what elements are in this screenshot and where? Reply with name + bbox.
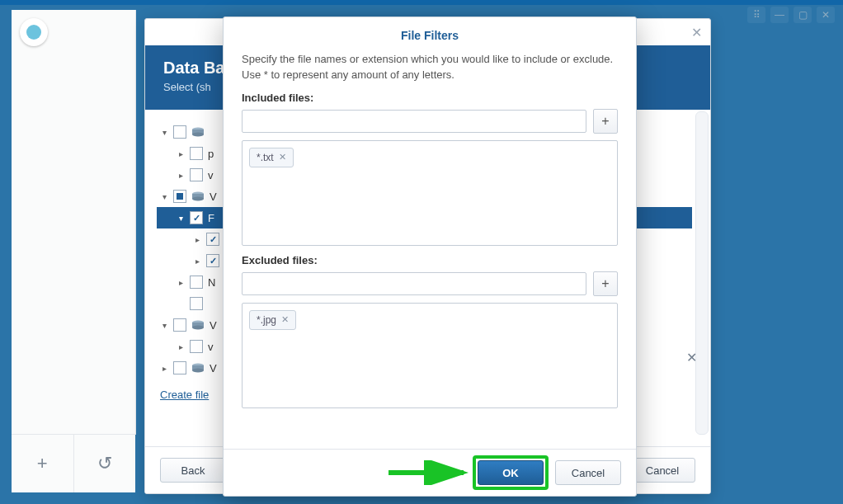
excluded-chips-box: *.jpg✕ [242, 303, 618, 408]
tree-expand-icon[interactable]: ▾ [160, 128, 168, 137]
tree-expand-icon[interactable]: ▸ [177, 342, 185, 351]
history-button[interactable]: ↺ [74, 435, 136, 492]
tree-checkbox[interactable] [173, 190, 186, 203]
tree-expand-icon[interactable]: ▸ [160, 364, 168, 373]
file-filters-modal: File Filters Specify the file names or e… [223, 16, 637, 497]
chip-label: *.txt [257, 152, 274, 163]
tree-expand-icon[interactable]: ▸ [177, 278, 185, 287]
add-task-button[interactable]: + [12, 435, 74, 492]
tree-label: F [208, 212, 214, 224]
svg-point-11 [192, 369, 204, 373]
volume-icon [191, 320, 205, 330]
filter-chip[interactable]: *.txt✕ [249, 148, 294, 167]
create-file-filters-link[interactable]: Create file [160, 389, 209, 401]
back-button[interactable]: Back [160, 458, 226, 483]
tree-label: v [208, 169, 214, 181]
wizard-cancel-button[interactable]: Cancel [629, 458, 695, 483]
excluded-input-row: + [242, 271, 618, 296]
tree-checkbox[interactable] [206, 233, 219, 246]
os-minimize-button[interactable]: — [770, 7, 789, 23]
tree-checkbox[interactable] [173, 318, 186, 332]
tree-expand-icon[interactable]: ▸ [177, 171, 185, 180]
ok-button[interactable]: OK [478, 460, 544, 485]
tree-label: V [210, 362, 217, 374]
os-close-button[interactable]: ✕ [817, 7, 835, 23]
tree-checkbox[interactable] [173, 361, 186, 374]
svg-point-8 [192, 326, 204, 330]
included-chips-box: *.txt✕ [242, 140, 618, 246]
tree-checkbox[interactable] [190, 168, 203, 181]
volume-icon [191, 191, 205, 201]
vertical-scrollbar[interactable] [695, 111, 709, 435]
arrow-annotation-icon [385, 460, 476, 485]
chip-remove-icon[interactable]: ✕ [279, 152, 286, 163]
cancel-button[interactable]: Cancel [555, 460, 621, 485]
tree-checkbox[interactable] [190, 211, 203, 224]
add-excluded-button[interactable]: + [593, 271, 618, 296]
tree-label: V [210, 191, 217, 203]
tree-expand-icon[interactable]: ▾ [160, 321, 168, 330]
svg-point-5 [192, 197, 204, 201]
modal-content: Specify the file names or extension whic… [224, 52, 636, 449]
tree-expand-icon[interactable]: ▾ [177, 214, 185, 223]
included-files-label: Included files: [242, 92, 618, 104]
svg-point-2 [192, 133, 204, 137]
os-pin-button[interactable]: ⠿ [747, 7, 765, 23]
filter-chip[interactable]: *.jpg✕ [249, 310, 296, 330]
os-window-controls: ⠿ — ▢ ✕ [747, 7, 835, 23]
tree-checkbox[interactable] [190, 297, 203, 310]
included-input-row: + [242, 109, 618, 134]
add-included-button[interactable]: + [593, 109, 618, 134]
tree-checkbox[interactable] [173, 125, 186, 139]
app-sidebar [12, 10, 136, 435]
tree-label: N [208, 276, 215, 289]
tree-label: V [210, 319, 217, 332]
volume-icon [191, 363, 205, 373]
tree-checkbox[interactable] [206, 254, 219, 267]
volume-icon [191, 127, 205, 137]
tree-checkbox[interactable] [190, 276, 203, 289]
close-icon[interactable]: ✕ [691, 25, 702, 40]
chip-remove-icon[interactable]: ✕ [281, 314, 289, 325]
included-files-input[interactable] [242, 110, 586, 133]
app-logo-icon [20, 18, 48, 46]
chip-label: *.jpg [257, 314, 276, 326]
tree-expand-icon[interactable]: ▸ [193, 257, 201, 266]
tree-label: v [208, 341, 214, 353]
tree-expand-icon[interactable]: ▸ [177, 149, 185, 158]
os-maximize-button[interactable]: ▢ [794, 7, 812, 23]
modal-title: File Filters [224, 17, 636, 52]
app-sidebar-footer: + ↺ [12, 434, 135, 492]
tree-checkbox[interactable] [190, 340, 203, 353]
tree-expand-icon[interactable]: ▾ [160, 192, 168, 201]
tree-label: p [208, 148, 214, 160]
excluded-files-input[interactable] [242, 272, 586, 295]
excluded-files-label: Excluded files: [242, 254, 618, 266]
tree-checkbox[interactable] [190, 147, 203, 160]
tree-expand-icon[interactable]: ▸ [193, 235, 201, 244]
dismiss-notice-icon[interactable]: ✕ [686, 350, 697, 365]
modal-description: Specify the file names or extension whic… [242, 52, 618, 83]
